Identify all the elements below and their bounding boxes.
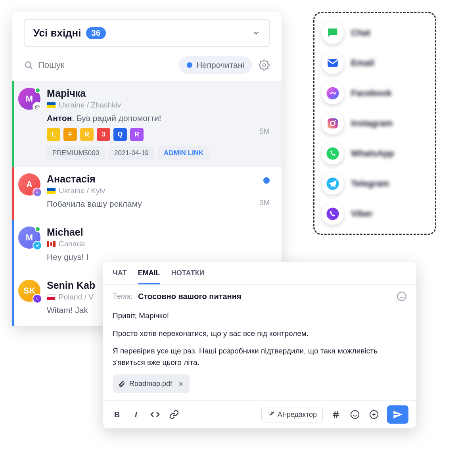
channel-label: Facebook [351,88,392,98]
priority-stripe [12,220,14,273]
hashtag-button[interactable] [330,409,342,420]
flag-icon [47,241,56,247]
channel-item[interactable]: WhatsApp [322,138,428,169]
channel-label: Email [351,58,374,68]
conversation-body: АнастасіяUkraine / KyivПобачила вашу рек… [47,173,270,213]
link-button[interactable] [168,409,180,420]
emoji-icon[interactable] [397,291,407,301]
subject-input[interactable]: Стосовно вашого питання [138,292,397,301]
email-icon: @ [33,102,42,111]
channel-label: Instagram [351,118,393,129]
channel-item[interactable]: Facebook [322,78,428,108]
messenger-icon [322,82,344,104]
compose-paragraph: Просто хотів переконатися, що у вас все … [113,328,407,340]
tab-email[interactable]: EMAIL [138,269,160,284]
conversation-item[interactable]: AАнастасіяUkraine / KyivПобачила вашу ре… [12,167,282,220]
attachment-chip[interactable]: Roadmap.pdf [113,374,190,393]
inbox-folder-dropdown[interactable]: Усі вхідні 36 [24,19,270,47]
viber-icon [322,203,344,225]
gear-icon[interactable] [259,60,270,71]
channel-item[interactable]: Email [322,48,428,78]
subject-row: Тема: Стосовно вашого питання [103,284,416,308]
telegram-icon [33,241,42,250]
close-icon[interactable] [178,381,184,387]
channel-label: WhatsApp [351,148,394,159]
chevron-down-icon [252,29,260,37]
message-preview: Побачила вашу рекламу [47,199,270,209]
timestamp: 5M [260,127,270,136]
flag-icon [47,188,56,194]
tag-badge[interactable]: Q [113,128,127,141]
whatsapp-icon [322,142,344,165]
compose-paragraph: Привіт, Марічко! [113,310,407,322]
contact-name: Анастасія [47,173,270,185]
svg-point-0 [25,62,31,67]
compose-toolbar: B I AI-редактор [103,400,416,428]
svg-point-10 [326,207,339,220]
tab-нотатки[interactable]: НОТАТКИ [171,269,205,284]
contact-location: Canada [47,240,270,248]
inbox-count-badge: 36 [86,27,106,39]
message-preview: Hey guys! I [47,252,270,262]
meta-row: PREMIUM50002021-04-19ADMIN LINK [47,146,270,160]
code-button[interactable] [149,409,161,420]
meta-chip[interactable]: PREMIUM5000 [47,146,105,160]
bold-button[interactable]: B [111,409,123,420]
ai-editor-button[interactable]: AI-редактор [261,407,323,422]
contact-location: Ukraine / Kyiv [47,186,270,195]
svg-point-20 [351,411,359,418]
timestamp: 3M [260,199,270,207]
channel-label: Chat [351,28,370,38]
avatar: M [18,226,40,249]
messenger-icon [33,188,42,197]
search-row: Непрочитані [12,52,282,81]
avatar: A [18,173,40,196]
search-input[interactable] [38,60,179,70]
flag-icon [47,102,56,108]
channel-label: Telegram [351,178,389,189]
emoticon-button[interactable] [349,409,361,420]
tab-чат[interactable]: ЧАТ [113,269,127,284]
paperclip-icon [118,380,125,388]
meta-chip[interactable]: ADMIN LINK [158,146,209,160]
contact-name: Марічка [47,88,270,99]
priority-stripe [12,167,14,220]
email-icon [322,52,344,74]
channels-sidebar: ChatEmailFacebookInstagramWhatsAppTelegr… [313,12,436,235]
instagram-icon [322,112,344,134]
send-button[interactable] [387,405,408,424]
tag-badge[interactable]: F [63,128,77,141]
filter-unread-chip[interactable]: Непрочитані [179,56,252,74]
attachment-name: Roadmap.pdf [129,378,172,389]
svg-line-18 [334,411,335,418]
chat-icon [322,22,344,44]
channel-item[interactable]: Chat [322,18,428,48]
unread-dot-icon [263,177,270,184]
dropdown-label: Усі вхідні [33,27,81,39]
tag-badge[interactable]: 3 [97,128,110,141]
channel-item[interactable]: Viber [322,199,428,229]
svg-line-19 [337,411,337,418]
compose-panel: ЧАТEMAILНОТАТКИ Тема: Стосовно вашого пи… [103,262,416,428]
tag-badge[interactable]: L [47,128,60,141]
add-button[interactable] [368,409,380,420]
conversation-item[interactable]: M@МарічкаUkraine / ZhashkivАнтон: Був ра… [12,81,282,167]
channel-item[interactable]: Instagram [322,108,428,138]
meta-chip[interactable]: 2021-04-19 [109,146,154,160]
channel-item[interactable]: Telegram [322,169,428,199]
svg-point-4 [326,87,339,99]
tag-badge[interactable]: R [80,128,94,141]
tags-row: LFR3QR [47,128,270,141]
unread-indicator-icon [187,62,192,68]
italic-button[interactable]: I [130,409,142,420]
conversation-body: МарічкаUkraine / ZhashkivАнтон: Був ради… [47,88,270,160]
tag-badge[interactable]: R [130,128,144,141]
priority-stripe [12,273,14,326]
telegram-icon [322,173,344,195]
priority-stripe [12,81,14,167]
flag-icon [47,294,56,300]
message-preview: Антон: Був радий допомогти! [47,113,270,123]
presence-indicator [35,226,40,232]
compose-body[interactable]: Привіт, Марічко!Просто хотів переконатис… [103,308,416,400]
presence-indicator [35,88,40,93]
